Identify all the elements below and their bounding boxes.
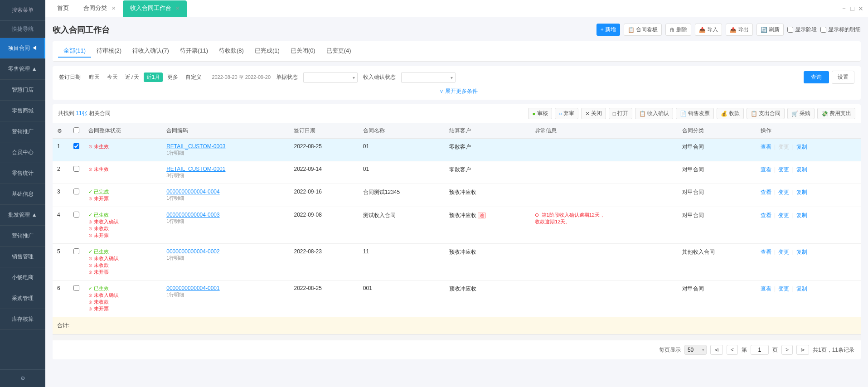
sidebar-nav[interactable]: 快捷导航	[0, 21, 45, 38]
status-tab-pending-confirm[interactable]: 待收入确认(7)	[127, 45, 175, 58]
status-tab-done[interactable]: 已完成(1)	[249, 45, 285, 58]
refresh-button[interactable]: 🔄 刷新	[756, 24, 784, 36]
contract-code-link[interactable]: 0000000000004-0002	[166, 248, 219, 255]
date-opt-last1m[interactable]: 近1月	[144, 73, 163, 82]
action-sales-invoice[interactable]: 📄 销售发票	[676, 108, 714, 119]
date-opt-today[interactable]: 今天	[104, 73, 121, 82]
date-opt-custom[interactable]: 自定义	[183, 73, 204, 82]
row-select-checkbox[interactable]	[73, 166, 79, 172]
edit-btn[interactable]: 变更	[778, 189, 789, 195]
copy-btn[interactable]: 复制	[796, 166, 807, 173]
copy-btn[interactable]: 复制	[796, 189, 807, 195]
row-checkbox[interactable]	[69, 281, 84, 317]
action-purchase[interactable]: 🛒 采购	[787, 108, 815, 119]
tab-home[interactable]: 首页	[50, 0, 76, 17]
copy-btn[interactable]: 复制	[796, 285, 807, 292]
last-page-btn[interactable]: ⊳	[796, 345, 809, 355]
copy-btn[interactable]: 复制	[796, 212, 807, 218]
action-payment[interactable]: 💰 收款	[717, 108, 744, 119]
per-page-select[interactable]: 10 20 50 100	[684, 345, 707, 355]
window-max-btn[interactable]: □	[851, 5, 854, 12]
select-all-checkbox[interactable]	[73, 127, 79, 133]
edit-btn[interactable]: 变更	[778, 212, 789, 218]
action-close[interactable]: ✕ 关闭	[581, 108, 606, 119]
sidebar-item-sales-mgmt[interactable]: 销售管理	[0, 247, 45, 267]
row-checkbox[interactable]	[69, 161, 84, 184]
edit-btn[interactable]: 变更	[778, 285, 789, 292]
row-select-checkbox[interactable]	[73, 212, 79, 218]
show-fields-checkbox[interactable]: 显示阶段	[787, 26, 817, 34]
date-opt-last7[interactable]: 近7天	[122, 73, 142, 82]
action-expense-out[interactable]: 📋 支出合同	[747, 108, 785, 119]
edit-btn[interactable]: 变更	[778, 166, 789, 173]
status-tab-pending-payment[interactable]: 待收款(8)	[213, 45, 249, 58]
edit-btn[interactable]: 变更	[778, 249, 789, 255]
sidebar-item-project[interactable]: 项目合同 ◀	[0, 38, 45, 59]
copy-btn[interactable]: 复制	[796, 144, 807, 150]
delete-button[interactable]: 🗑 删除	[665, 24, 691, 36]
status-tab-changed[interactable]: 已变更(4)	[321, 45, 357, 58]
view-btn[interactable]: 查看	[761, 212, 771, 218]
sidebar-item-retail-mgmt[interactable]: 零售管理 ▲	[0, 59, 45, 80]
edit-btn[interactable]: 变更	[778, 144, 789, 150]
search-button[interactable]: 查询	[804, 71, 829, 83]
contract-code-link[interactable]: 0000000000004-0001	[166, 285, 219, 291]
status-tab-closed[interactable]: 已关闭(0)	[285, 45, 321, 58]
row-select-checkbox[interactable]	[73, 143, 79, 149]
sidebar-item-purchase[interactable]: 采购管理	[0, 288, 45, 309]
row-select-checkbox[interactable]	[73, 285, 79, 291]
window-close-btn[interactable]: ✕	[858, 5, 863, 12]
income-confirm-select[interactable]	[401, 72, 456, 83]
action-open[interactable]: □ 打开	[609, 108, 632, 119]
window-min-btn[interactable]: －	[841, 5, 847, 13]
action-income-confirm[interactable]: 📋 收入确认	[635, 108, 673, 119]
next-page-btn[interactable]: >	[781, 345, 793, 355]
row-checkbox[interactable]	[69, 139, 84, 161]
contract-code-link[interactable]: 0000000000004-0004	[166, 189, 219, 195]
view-btn[interactable]: 查看	[761, 189, 771, 195]
view-btn[interactable]: 查看	[761, 249, 771, 255]
doc-status-select[interactable]	[303, 72, 358, 83]
show-detail-input[interactable]	[820, 27, 826, 33]
sidebar-item-member[interactable]: 会员中心	[0, 142, 45, 163]
first-page-btn[interactable]: ⊲	[710, 345, 723, 355]
sidebar-item-base-info[interactable]: 基础信息	[0, 184, 45, 205]
setting-button[interactable]: 设置	[832, 71, 854, 84]
status-tab-pending-invoice[interactable]: 待开票(11)	[175, 45, 213, 58]
sidebar-item-retail-mall[interactable]: 零售商城	[0, 101, 45, 121]
export-button[interactable]: 📤 导出	[726, 24, 753, 36]
date-opt-yesterday[interactable]: 昨天	[86, 73, 102, 82]
action-review[interactable]: ● 审核	[528, 108, 552, 119]
expand-filter-btn[interactable]: ∨ 展开更多条件	[439, 88, 478, 94]
status-tab-all[interactable]: 全部(11)	[58, 45, 91, 58]
col-gear[interactable]: ⚙	[53, 123, 69, 139]
sidebar-item-wholesale[interactable]: 批发管理 ▲	[0, 205, 45, 226]
prev-page-btn[interactable]: <	[727, 345, 738, 355]
tab-close-contract-type[interactable]: ✕	[112, 5, 116, 11]
kanban-button[interactable]: 📋 合同看板	[624, 24, 662, 36]
row-checkbox[interactable]	[69, 207, 84, 244]
view-btn[interactable]: 查看	[761, 285, 771, 292]
sidebar-item-xiaochang[interactable]: 小畅电商	[0, 267, 45, 288]
tab-income-workbench[interactable]: 收入合同工作台 ✕	[123, 0, 187, 17]
sidebar-settings[interactable]: ⚙	[0, 369, 45, 387]
col-checkbox[interactable]	[69, 123, 84, 139]
tab-close-income-workbench[interactable]: ✕	[175, 5, 179, 11]
copy-btn[interactable]: 复制	[796, 249, 807, 255]
action-abandon[interactable]: ○ 弃审	[555, 108, 578, 119]
date-opt-more[interactable]: 更多	[165, 73, 181, 82]
contract-code-link[interactable]: RETAIL_CUSTOM-0001	[166, 166, 225, 172]
action-expense-pay[interactable]: 💸 费用支出	[817, 108, 855, 119]
horizontal-scrollbar[interactable]	[53, 334, 861, 340]
row-select-checkbox[interactable]	[73, 189, 79, 194]
tab-contract-type[interactable]: 合同分类 ✕	[76, 0, 123, 17]
status-tab-pending-review[interactable]: 待审核(2)	[91, 45, 127, 58]
sidebar-item-marketing2[interactable]: 营销推广	[0, 226, 45, 247]
import-button[interactable]: 📥 导入	[695, 24, 722, 36]
sidebar-item-smart-store[interactable]: 智慧门店	[0, 80, 45, 101]
row-checkbox[interactable]	[69, 244, 84, 281]
current-page-input[interactable]	[751, 345, 769, 355]
add-button[interactable]: + 新增	[596, 24, 620, 36]
show-fields-input[interactable]	[787, 27, 793, 33]
row-select-checkbox[interactable]	[73, 248, 79, 254]
